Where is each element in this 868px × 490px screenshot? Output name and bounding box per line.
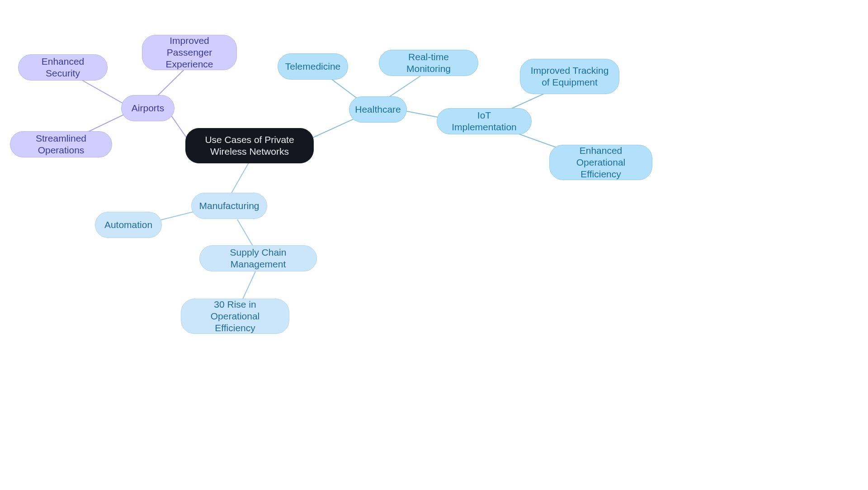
node-iot-implementation-label: IoT Implementation — [447, 109, 521, 133]
root-node[interactable]: Use Cases of Private Wireless Networks — [185, 128, 314, 163]
svg-line-2 — [156, 69, 184, 97]
leaf-automation[interactable]: Automation — [95, 212, 162, 238]
svg-line-0 — [170, 113, 187, 138]
branch-airports-label: Airports — [132, 102, 164, 114]
node-supply-chain[interactable]: Supply Chain Management — [199, 245, 317, 271]
svg-line-13 — [242, 271, 255, 301]
leaf-enhanced-operational-efficiency[interactable]: Enhanced Operational Efficiency — [549, 145, 652, 180]
leaf-enhanced-operational-efficiency-label: Enhanced Operational Efficiency — [560, 145, 642, 181]
leaf-enhanced-security-label: Enhanced Security — [28, 56, 97, 80]
leaf-streamlined-operations-label: Streamlined Operations — [20, 133, 102, 157]
leaf-thirty-rise[interactable]: 30 Rise in Operational Efficiency — [181, 299, 289, 334]
leaf-realtime-monitoring[interactable]: Real-time Monitoring — [379, 50, 478, 76]
leaf-telemedicine[interactable]: Telemedicine — [278, 53, 348, 80]
leaf-telemedicine-label: Telemedicine — [285, 61, 341, 72]
svg-line-12 — [237, 219, 253, 247]
node-supply-chain-label: Supply Chain Management — [210, 247, 307, 271]
node-iot-implementation[interactable]: IoT Implementation — [437, 108, 532, 134]
branch-airports[interactable]: Airports — [121, 95, 175, 121]
leaf-improved-passenger-label: Improved Passenger Experience — [152, 35, 226, 71]
leaf-thirty-rise-label: 30 Rise in Operational Efficiency — [191, 299, 279, 334]
leaf-streamlined-operations[interactable]: Streamlined Operations — [10, 131, 112, 157]
mindmap-canvas: Use Cases of Private Wireless Networks A… — [0, 0, 868, 490]
leaf-improved-tracking-label: Improved Tracking of Equipment — [530, 65, 609, 89]
leaf-automation-label: Automation — [104, 219, 152, 231]
branch-healthcare[interactable]: Healthcare — [349, 96, 407, 123]
branch-manufacturing[interactable]: Manufacturing — [191, 193, 267, 219]
branch-healthcare-label: Healthcare — [355, 104, 401, 115]
svg-line-10 — [231, 163, 249, 195]
leaf-realtime-monitoring-label: Real-time Monitoring — [389, 51, 468, 75]
leaf-improved-passenger[interactable]: Improved Passenger Experience — [142, 35, 237, 70]
svg-line-6 — [387, 76, 420, 99]
leaf-enhanced-security[interactable]: Enhanced Security — [18, 54, 108, 81]
branch-manufacturing-label: Manufacturing — [199, 200, 259, 212]
leaf-improved-tracking[interactable]: Improved Tracking of Equipment — [520, 59, 619, 94]
root-label: Use Cases of Private Wireless Networks — [196, 134, 303, 158]
